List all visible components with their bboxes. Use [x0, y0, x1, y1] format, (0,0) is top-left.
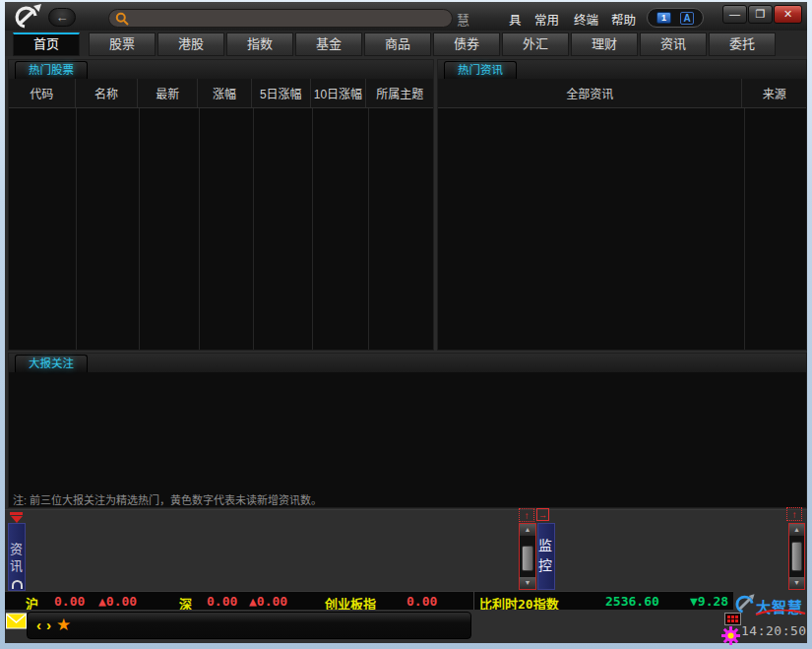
report-focus-panel: 大报关注 注: 前三位大报关注为精选热门，黄色数字代表未读新增资讯数。 [8, 353, 807, 508]
tab-forex[interactable]: 外汇 [502, 32, 569, 56]
col-code[interactable]: 代码 [9, 79, 76, 107]
tab-home[interactable]: 首页 [13, 32, 80, 56]
lower-strip [5, 509, 807, 591]
minimize-button[interactable]: — [722, 5, 747, 24]
hot-stocks-panel: 热门股票 代码 名称 最新 涨幅 5日涨幅 10日涨幅 所属主题 [8, 59, 434, 351]
scroll-thumb[interactable] [791, 542, 802, 571]
tab-hot-news[interactable]: 热门资讯 [444, 61, 517, 79]
chinext-index-value: 0.00 [406, 594, 437, 609]
scroll-down-icon[interactable]: ▼ [789, 577, 804, 589]
app-window: ← 慧 具 常用 终端 帮助 1 A — ❐ ✕ 首页 股票 港股 指数 基金 … [0, 0, 812, 649]
menu-terminal[interactable]: 终端 [574, 10, 598, 29]
column-divider [253, 108, 254, 350]
col-change5d[interactable]: 5日涨幅 [252, 79, 311, 107]
close-button[interactable]: ✕ [774, 5, 802, 24]
scroll-up-icon[interactable]: ▲ [789, 524, 804, 536]
tab-trading[interactable]: 委托 [709, 32, 776, 56]
column-divider [199, 108, 200, 350]
hot-stocks-header: 代码 名称 最新 涨幅 5日涨幅 10日涨幅 所属主题 [9, 79, 433, 108]
scroll-top-arrow-icon[interactable]: ↑ [519, 508, 534, 522]
monitor-side-strip[interactable]: 监控 [537, 523, 555, 590]
filter-funnel-icon[interactable] [10, 512, 23, 523]
scroll-up-icon[interactable]: ▲ [520, 524, 535, 536]
monitor-side-strip-label: 监控 [538, 539, 554, 578]
col-change[interactable]: 涨幅 [198, 79, 252, 107]
column-divider [139, 108, 140, 350]
settings-gear-icon[interactable] [721, 626, 740, 649]
col-change10d[interactable]: 10日涨幅 [311, 79, 367, 107]
report-focus-note: 注: 前三位大报关注为精选热门，黄色数字代表未读新增资讯数。 [13, 491, 322, 507]
scrolling-message-bar[interactable]: ‹ › ★ [27, 612, 471, 639]
search-suffix-label: 慧 [457, 10, 469, 29]
search-icon [115, 12, 129, 26]
hot-news-panel: 热门资讯 全部资讯 来源 [437, 59, 807, 351]
tab-report-focus[interactable]: 大报关注 [15, 355, 88, 372]
col-all-news[interactable]: 全部资讯 [438, 79, 742, 107]
column-divider [368, 108, 369, 350]
back-button[interactable]: ← [48, 8, 76, 27]
hot-news-header: 全部资讯 来源 [438, 79, 806, 108]
sz-index-change: ▲0.00 [249, 594, 287, 609]
tab-news[interactable]: 资讯 [640, 32, 707, 56]
brand-swoosh [755, 610, 806, 617]
sz-index-value: 0.00 [207, 594, 237, 609]
maximize-button[interactable]: ❐ [748, 5, 773, 24]
index-status-bar: 沪 0.00 ▲0.00 深 0.00 ▲0.00 创业板指 0.00 比利时2… [5, 591, 733, 610]
partial-glyph-icon [12, 580, 23, 589]
screen-layout-icon[interactable]: 1 [656, 12, 671, 24]
favorite-star-icon[interactable]: ★ [56, 613, 71, 638]
scroll-down-icon[interactable]: ▼ [520, 577, 535, 589]
news-side-strip[interactable]: 资讯 [8, 523, 26, 591]
sh-index-value: 0.00 [54, 594, 85, 609]
scroll-thumb[interactable] [522, 546, 533, 571]
marquee-prev-icon[interactable]: ‹ [36, 613, 41, 638]
tab-bonds[interactable]: 债券 [433, 32, 500, 56]
col-name[interactable]: 名称 [76, 79, 139, 107]
font-size-icon[interactable]: A [680, 12, 694, 25]
right-scrollbar[interactable]: ▲ ▼ [788, 523, 805, 590]
tab-hk-stocks[interactable]: 港股 [157, 32, 224, 56]
tab-commodities[interactable]: 商品 [364, 32, 431, 56]
mail-icon[interactable] [6, 613, 27, 633]
column-divider [76, 108, 77, 350]
column-divider [744, 108, 745, 350]
menu-common[interactable]: 常用 [534, 10, 559, 29]
belgium-index-value: 2536.60 [605, 594, 659, 609]
sh-index-change: ▲0.00 [98, 594, 137, 609]
tab-wealth[interactable]: 理财 [571, 32, 638, 56]
scroll-top-arrow-icon[interactable]: ↑ [786, 507, 802, 521]
tab-stocks[interactable]: 股票 [89, 32, 156, 56]
marquee-next-icon[interactable]: › [46, 613, 51, 638]
report-focus-strip [9, 354, 806, 372]
tab-hot-stocks[interactable]: 热门股票 [15, 61, 88, 79]
col-source[interactable]: 来源 [742, 79, 806, 107]
main-tab-bar: 首页 股票 港股 指数 基金 商品 债券 外汇 理财 资讯 委托 [5, 31, 807, 56]
app-logo-icon [12, 4, 43, 33]
column-divider [312, 108, 313, 350]
col-theme[interactable]: 所属主题 [366, 79, 433, 107]
clock: 14:20:50 [741, 623, 807, 638]
menu-tools[interactable]: 具 [509, 10, 522, 29]
view-toggle-group: 1 A [647, 8, 704, 28]
col-latest[interactable]: 最新 [138, 79, 198, 107]
status-divider [473, 592, 474, 611]
ticker-board-icon[interactable] [724, 613, 741, 625]
belgium-index-change: ▼9.28 [690, 594, 728, 609]
tab-funds[interactable]: 基金 [295, 32, 362, 56]
search-input[interactable] [108, 9, 453, 28]
expand-right-icon[interactable]: → [536, 508, 549, 521]
menu-help[interactable]: 帮助 [611, 10, 636, 29]
tab-indices[interactable]: 指数 [226, 32, 293, 56]
news-side-strip-label: 资讯 [9, 543, 25, 576]
